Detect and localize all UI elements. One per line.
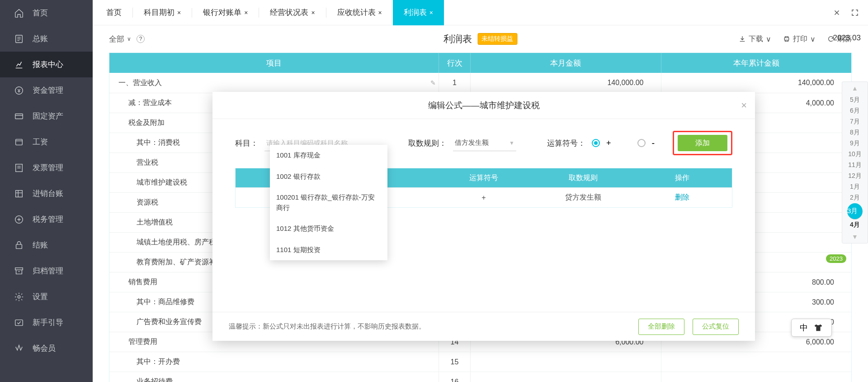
dropdown-option[interactable]: 1101 短期投资: [270, 239, 387, 261]
nav-archive[interactable]: 归档管理: [0, 258, 93, 284]
nav-guide[interactable]: 新手引导: [0, 310, 93, 335]
lock-icon: [14, 240, 24, 251]
nav-ledger[interactable]: 总账: [0, 26, 93, 52]
gear-icon: [14, 291, 24, 302]
tab-home[interactable]: 首页: [93, 0, 132, 25]
subject-dropdown[interactable]: 1001 库存现金1002 银行存款100201 银行存款_银行存款-万安商行1…: [270, 145, 387, 260]
table-row[interactable]: 其中：开办费15: [109, 352, 851, 372]
cell-year: [661, 352, 852, 372]
footer-tip: 温馨提示：新公式只对未出报表进行计算，不影响历史报表数据。: [229, 322, 425, 331]
ime-lang: 中: [800, 322, 808, 333]
nav-label: 报表中心: [33, 59, 63, 70]
rule-select[interactable]: 借方发生额▼: [453, 135, 516, 151]
rule-label: 取数规则：: [408, 138, 447, 148]
cell-row: 15: [439, 352, 470, 372]
money-icon: [14, 85, 24, 96]
cell-month: 140,000.00: [470, 73, 661, 93]
month-option[interactable]: 8月: [847, 127, 863, 138]
modal-header: 编辑公式——城市维护建设税 ×: [212, 92, 755, 119]
nav-assets[interactable]: 固定资产: [0, 103, 93, 129]
dropdown-option[interactable]: 100201 银行存款_银行存款-万安商行: [270, 187, 387, 218]
chevron-down-icon: ∨: [766, 35, 771, 43]
ime-indicator[interactable]: 中: [791, 319, 832, 337]
month-option[interactable]: 9月: [847, 138, 863, 149]
status-badge: 未结转损益: [477, 33, 517, 45]
asset-icon: [14, 111, 24, 122]
close-icon[interactable]: ×: [378, 9, 382, 16]
scroll-down-icon[interactable]: ▼: [852, 233, 858, 240]
action-label: 下载: [749, 34, 763, 44]
month-option[interactable]: 3月: [847, 203, 863, 220]
tab-operation[interactable]: 经营状况表×: [259, 0, 326, 25]
modal-title: 编辑公式——城市维护建设税: [428, 100, 540, 111]
nav-home[interactable]: 首页: [0, 0, 93, 26]
delete-link[interactable]: 删除: [632, 188, 732, 207]
tab-bank[interactable]: 银行对账单×: [192, 0, 259, 25]
dropdown-option[interactable]: 1001 库存现金: [270, 145, 387, 166]
cell-operator: +: [434, 188, 533, 207]
tab-label: 利润表: [404, 7, 427, 18]
table-row[interactable]: 一、营业收入✎1140,000.00140,000.00: [109, 73, 851, 93]
minus-label: -: [652, 138, 655, 148]
subject-label: 科目：: [235, 138, 258, 148]
tab-receivable[interactable]: 应收统计表×: [326, 0, 393, 25]
close-icon[interactable]: ×: [429, 9, 433, 16]
month-option[interactable]: 1月: [847, 181, 863, 192]
month-option[interactable]: 10月: [847, 149, 863, 160]
table-row[interactable]: 业务招待费16: [109, 372, 851, 382]
nav-invoice[interactable]: 发票管理: [0, 155, 93, 181]
radio-plus[interactable]: [592, 139, 600, 147]
sidebar: 首页 总账 报表中心 资金管理 固定资产 工资 发票管理 进销台账 税务管理 结…: [0, 0, 93, 382]
tab-subject[interactable]: 科目期初×: [133, 0, 192, 25]
cell-rule: 贷方发生额: [533, 188, 633, 207]
nav-stock[interactable]: 进销台账: [0, 181, 93, 206]
ledger-icon: [14, 33, 24, 44]
vip-icon: [14, 343, 24, 354]
invoice-icon: [14, 162, 24, 173]
fullscreen-icon[interactable]: [850, 8, 860, 18]
close-tabs-icon[interactable]: [832, 8, 842, 18]
tab-label: 银行对账单: [203, 7, 241, 18]
dropdown-option[interactable]: 1002 银行存款: [270, 166, 387, 187]
month-option[interactable]: 12月: [847, 171, 863, 181]
cell-row: 1: [439, 73, 470, 93]
delete-all-button[interactable]: 全部删除: [638, 319, 684, 335]
month-picker[interactable]: ▲ 5月6月7月8月9月10月11月12月1月2月3月4月 ▼: [842, 81, 868, 244]
scroll-up-icon[interactable]: ▲: [852, 85, 858, 92]
download-button[interactable]: 下载∨: [739, 34, 771, 44]
nav-funds[interactable]: 资金管理: [0, 77, 93, 103]
filter-dropdown[interactable]: 全部 ∨ ?: [109, 34, 145, 44]
nav-label: 首页: [33, 8, 48, 18]
close-icon[interactable]: ×: [244, 9, 248, 16]
nav-tax[interactable]: 税务管理: [0, 206, 93, 232]
tab-label: 经营状况表: [270, 7, 308, 18]
modal-close-button[interactable]: ×: [741, 100, 747, 111]
add-button[interactable]: 添加: [678, 135, 727, 151]
month-option[interactable]: 5月: [847, 95, 863, 105]
reset-formula-button[interactable]: 公式复位: [693, 319, 739, 335]
year-tag: 2023: [826, 254, 846, 263]
month-option[interactable]: 7月: [847, 116, 863, 127]
close-icon[interactable]: ×: [311, 9, 315, 16]
help-icon[interactable]: ?: [137, 35, 145, 43]
month-option[interactable]: 2月: [847, 192, 863, 203]
dropdown-option[interactable]: 1012 其他货币资金: [270, 218, 387, 239]
month-option[interactable]: 6月: [847, 105, 863, 116]
nav-settings[interactable]: 设置: [0, 284, 93, 310]
close-icon[interactable]: ×: [177, 9, 181, 16]
print-button[interactable]: 打印∨: [783, 34, 816, 44]
col-year: 本年累计金额: [661, 53, 852, 73]
nav-reports[interactable]: 报表中心: [0, 52, 93, 77]
page-title: 利润表: [443, 33, 472, 45]
nav-vip[interactable]: 畅会员: [0, 335, 93, 361]
tab-profit[interactable]: 利润表×: [393, 0, 444, 25]
svg-rect-10: [15, 320, 23, 325]
svg-rect-5: [16, 190, 23, 197]
radio-minus[interactable]: [637, 139, 646, 147]
modal-footer: 温馨提示：新公式只对未出报表进行计算，不影响历史报表数据。 全部删除 公式复位: [212, 312, 755, 341]
month-option[interactable]: 4月: [847, 220, 863, 230]
month-option[interactable]: 11月: [847, 160, 863, 171]
edit-icon[interactable]: ✎: [430, 79, 436, 86]
nav-salary[interactable]: 工资: [0, 129, 93, 155]
nav-close[interactable]: 结账: [0, 232, 93, 258]
